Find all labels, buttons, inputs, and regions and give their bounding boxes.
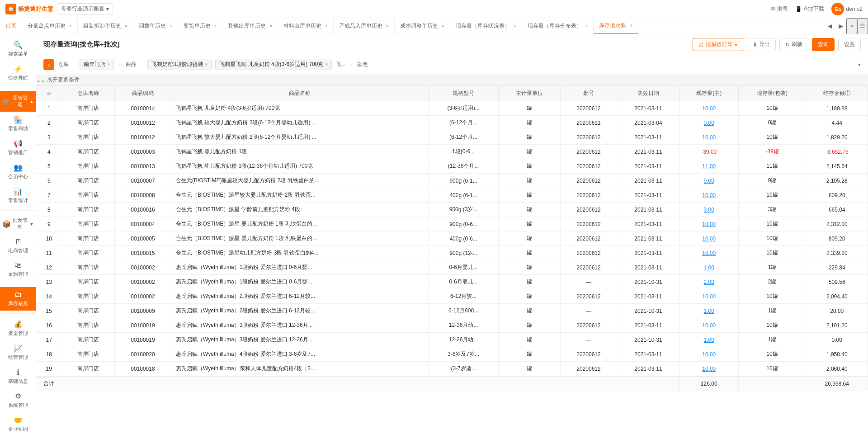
sidebar-item-wholesale-mgmt[interactable]: 📦 批发管理 ▼ <box>0 213 36 234</box>
row-amount: -3,652.76 <box>806 145 868 159</box>
col-unit: 主计量单位 <box>499 86 560 101</box>
sidebar-item-purchase[interactable]: 🛍 采购管理 <box>0 258 36 281</box>
sidebar-item-system[interactable]: ⚙ 系统管理 <box>0 388 36 412</box>
tab-diaob[interactable]: 调拨单历史 × <box>133 18 178 34</box>
export-icon: ⬇ <box>753 42 757 48</box>
row-no: 17 <box>36 333 62 347</box>
row-expire: 2021-03-11 <box>617 159 680 174</box>
close-icon[interactable]: × <box>125 24 127 28</box>
row-qty[interactable]: 10.00 <box>679 130 738 145</box>
row-qty[interactable]: 10.00 <box>679 188 738 203</box>
tab-zuzhuang[interactable]: 组装拆卸单历史 × <box>78 18 133 34</box>
nav-next-btn[interactable]: ▶ <box>835 18 846 34</box>
sidebar-item-basic[interactable]: ℹ 基础信息 <box>0 364 36 388</box>
table-header-row: ⚙ 仓库名称 商品编码 商品名称 规格型号 主计量单位 批号 失效日期 现存量(… <box>36 86 868 101</box>
product-dots-btn[interactable]: ··· <box>349 61 354 68</box>
row-qty[interactable]: 10.00 <box>679 347 738 362</box>
tab-kucun-pici[interactable]: 库存批次账 × <box>594 18 638 34</box>
color-dropdown-btn[interactable]: ▾ <box>858 61 861 68</box>
row-qty[interactable]: 10.00 <box>679 318 738 333</box>
warehouse-more-btn[interactable]: ··· <box>118 61 122 68</box>
close-icon[interactable]: × <box>585 24 588 28</box>
close-icon[interactable]: × <box>69 24 72 28</box>
user-area[interactable]: Ea demo2 <box>831 3 863 15</box>
tab-yaohuo[interactable]: 要货单历史 × <box>178 18 223 34</box>
close-icon[interactable]: × <box>325 24 328 28</box>
tab-chengben[interactable]: 成本调整单历史 × <box>395 18 450 34</box>
close-icon[interactable]: × <box>442 24 444 28</box>
row-qty[interactable]: 10.00 <box>679 101 738 116</box>
refresh-btn[interactable]: ↻ 刷新 <box>779 38 808 51</box>
settings-label: 设置 <box>844 41 855 48</box>
sidebar-item-shortcut[interactable]: ⚡ 快捷导航 <box>0 61 36 85</box>
remove-product2-btn[interactable]: × <box>325 62 328 67</box>
row-qty[interactable]: 1.00 <box>679 333 738 347</box>
settings-gear-icon[interactable]: ⚙ <box>47 90 52 97</box>
row-spec: 3-6岁及7岁... <box>428 347 499 362</box>
close-icon[interactable]: × <box>170 24 172 28</box>
filter-expand-btn[interactable]: › <box>43 59 54 70</box>
row-qty[interactable]: 10.00 <box>679 246 738 260</box>
sidebar-section-retail: 🛒 零售管理 ▲ 🏪 零售商城 📢 营销推广 👥 会员中心 📊 零售统计 <box>0 88 36 211</box>
sidebar-item-retail-mgmt[interactable]: 🛒 零售管理 ▲ <box>0 91 36 112</box>
industry-selector[interactable]: 母婴行业演示账套 ▾ <box>57 3 113 14</box>
sidebar-item-ecommerce[interactable]: 🖥 电商管理 <box>0 234 36 258</box>
tab-chancheng[interactable]: 产成品入库单历史 × <box>334 18 395 34</box>
product-more-btn[interactable]: 飞... <box>335 61 345 68</box>
row-qty[interactable]: 10.00 <box>679 362 738 377</box>
settings-btn[interactable]: 设置 <box>838 38 861 51</box>
export-btn[interactable]: ⬇ 导出 <box>747 38 776 51</box>
sidebar-item-marketing[interactable]: 📢 营销推广 <box>0 136 36 160</box>
close-icon[interactable]: × <box>386 24 389 28</box>
close-icon[interactable]: × <box>269 24 272 28</box>
row-qty[interactable]: 9.00 <box>679 174 738 188</box>
sidebar-item-inventory[interactable]: 🗂 库存核算 <box>0 287 36 311</box>
tab-cailiao[interactable]: 材料出库单历史 × <box>278 18 334 34</box>
sidebar-item-corp[interactable]: 🤝 企业协同 <box>0 412 36 434</box>
print-btn[interactable]: 🖨 按模板打印 ▾ <box>693 38 743 51</box>
chevron-down-icon: ▾ <box>106 6 109 12</box>
sidebar-item-search[interactable]: 🔍 搜索菜单 <box>0 37 36 61</box>
remove-warehouse-btn[interactable]: × <box>107 62 110 67</box>
sidebar-item-member[interactable]: 👥 会员中心 <box>0 160 36 184</box>
sidebar-item-retail-stats[interactable]: 📊 零售统计 <box>0 184 36 208</box>
app-download-btn[interactable]: 📱 App下载 <box>795 5 824 13</box>
sidebar-item-finance[interactable]: 💰 资金管理 <box>0 316 36 340</box>
row-qty[interactable]: 1.00 <box>679 260 738 275</box>
remove-product1-btn[interactable]: × <box>205 62 208 67</box>
tab-xiancun2[interactable]: 现存量（库存分布表） × <box>522 18 594 34</box>
row-qty[interactable]: 0.00 <box>679 116 738 130</box>
message-btn[interactable]: ✉ 消息 <box>771 5 788 13</box>
nav-menu-btn[interactable]: ☰ <box>857 18 868 34</box>
row-qty[interactable]: 1.00 <box>679 304 738 318</box>
row-name: 惠氏启赋（Wyeth illuma）3段奶粉 爱尔兰进口 12-36月... <box>171 318 429 333</box>
close-icon[interactable]: × <box>514 24 516 28</box>
expand-conditions-btn[interactable]: ⌄⌄ 展开更多条件 <box>36 76 868 84</box>
close-icon[interactable]: × <box>630 23 632 28</box>
color-filter-label: 颜色 <box>357 61 375 68</box>
nav-prev-btn[interactable]: ◀ <box>825 18 835 34</box>
close-icon[interactable]: × <box>214 24 217 28</box>
row-qty[interactable]: 3.00 <box>679 203 738 217</box>
tab-xiancun1[interactable]: 现存量（库存状况表） × <box>450 18 522 34</box>
sidebar-item-operation[interactable]: 📈 经营管理 <box>0 340 36 364</box>
search-btn[interactable]: 查询 <box>812 38 835 51</box>
row-expire: 2021-03-11 <box>617 188 680 203</box>
row-spec: 1段(0-6... <box>428 145 499 159</box>
tab-fenliang[interactable]: 分量盘点单历史 × <box>22 18 78 34</box>
row-qty[interactable]: 10.00 <box>679 217 738 231</box>
row-qty[interactable]: 10.00 <box>679 289 738 304</box>
nav-close-all-btn[interactable]: × <box>846 18 857 34</box>
tab-qitachu[interactable]: 其他出库单历史 × <box>222 18 278 34</box>
tab-home[interactable]: 首页 <box>0 18 22 34</box>
row-qty[interactable]: 11.00 <box>679 159 738 174</box>
row-code: 00100008 <box>114 188 171 203</box>
row-qty[interactable]: 10.00 <box>679 231 738 246</box>
row-qty[interactable]: -39.00 <box>679 145 738 159</box>
row-qty[interactable]: 2.00 <box>679 275 738 289</box>
row-code: 00100004 <box>114 217 171 231</box>
refresh-icon: ↻ <box>785 42 790 48</box>
row-unit: 罐 <box>499 116 560 130</box>
col-settings[interactable]: ⚙ <box>36 86 62 101</box>
sidebar-item-retail-shop[interactable]: 🏪 零售商城 <box>0 112 36 136</box>
